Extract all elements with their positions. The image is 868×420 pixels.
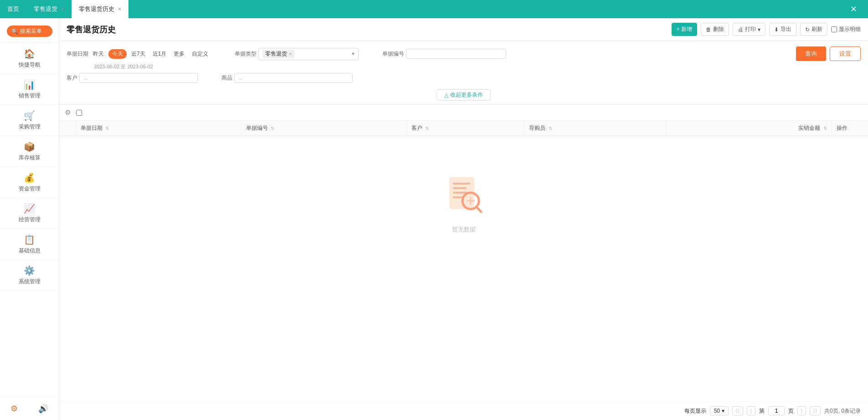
- type-filter-select[interactable]: 零售退货 × ▾: [258, 48, 359, 60]
- th-amount-sort-icon: ⇅: [823, 126, 827, 131]
- bill-number-input[interactable]: [406, 49, 506, 59]
- tab-retail-return-history-close[interactable]: ×: [118, 6, 121, 12]
- sidebar-item-purchase[interactable]: 🛒 采购管理: [0, 105, 59, 136]
- settings-bottom-icon[interactable]: ⚙: [6, 402, 22, 415]
- th-customer[interactable]: 客户 ⇅: [406, 121, 524, 136]
- sidebar-item-finance-label: 资金管理: [19, 185, 41, 193]
- date-btn-custom[interactable]: 自定义: [189, 49, 211, 59]
- top-bar: 首页 零售退货 × 零售退货历史 × ✕: [0, 0, 868, 18]
- th-date[interactable]: 单据日期 ⇅: [76, 121, 241, 136]
- sidebar-item-finance[interactable]: 💰 资金管理: [0, 167, 59, 198]
- page-number-input[interactable]: [768, 406, 785, 415]
- sidebar-search-section: 🔍 搜索菜单: [0, 22, 59, 43]
- date-btn-7days[interactable]: 近7天: [128, 49, 148, 59]
- system-icon: ⚙️: [24, 265, 35, 276]
- volume-bottom-icon[interactable]: 🔊: [34, 402, 53, 415]
- page-next-button[interactable]: ⟩: [797, 406, 806, 415]
- refresh-label: 刷新: [812, 26, 822, 33]
- customer-placeholder: ...: [83, 75, 88, 81]
- type-filter-tag-close[interactable]: ×: [289, 51, 292, 56]
- goods-filter-label: 商品: [221, 74, 232, 82]
- sidebar-item-system[interactable]: ⚙️ 系统管理: [0, 260, 59, 291]
- date-btn-more[interactable]: 更多: [171, 49, 187, 59]
- type-filter-tag-value: 零售退货: [265, 50, 287, 58]
- collapse-label: 收起更多条件: [450, 91, 483, 99]
- print-label: 打印: [745, 26, 756, 33]
- goods-filter-group: 商品 ...: [221, 73, 353, 83]
- sidebar-item-inventory-label: 库存核算: [19, 154, 41, 162]
- date-filter-label: 单据日期: [67, 50, 88, 58]
- delete-button[interactable]: 🗑 删除: [701, 23, 729, 36]
- settings-button[interactable]: 设置: [830, 46, 861, 61]
- date-btn-yesterday[interactable]: 昨天: [90, 49, 107, 59]
- sidebar-item-quick-nav[interactable]: 🏠 快捷导航: [0, 43, 59, 74]
- table-settings-icon[interactable]: ⚙: [65, 108, 71, 117]
- customer-filter-group: 客户 ...: [67, 73, 198, 83]
- header-actions: + 新增 🗑 删除 🖨 打印 ▾ ⬇ 导出 ↻ 刷新: [672, 23, 861, 36]
- tab-retail-return-history[interactable]: 零售退货历史 ×: [72, 0, 128, 18]
- sidebar-item-system-label: 系统管理: [19, 278, 41, 286]
- page-prev-button[interactable]: ⟨: [747, 406, 755, 415]
- collapse-icon: △: [444, 92, 448, 98]
- type-select-arrow-icon: ▾: [352, 51, 354, 57]
- tab-retail-return[interactable]: 零售退货 ×: [26, 0, 72, 18]
- select-all-checkbox[interactable]: [76, 110, 82, 116]
- th-bill-no-sort-icon: ⇅: [271, 126, 274, 131]
- sidebar-item-operation[interactable]: 📈 经营管理: [0, 198, 59, 229]
- display-detail-checkbox[interactable]: [831, 26, 837, 32]
- th-guide-label: 导购员: [529, 125, 545, 131]
- print-button[interactable]: 🖨 打印 ▾: [733, 23, 765, 36]
- date-btn-1month[interactable]: 近1月: [150, 49, 169, 59]
- page-first-button[interactable]: ⟨⟨: [732, 406, 743, 415]
- per-page-label: 每页显示: [684, 407, 706, 415]
- page-label: 第: [759, 407, 765, 415]
- table-wrapper: ⚙ 单据日期 ⇅ 单据编号 ⇅: [59, 105, 868, 401]
- display-detail-toggle[interactable]: 显示明细: [831, 26, 861, 33]
- sidebar-item-operation-label: 经营管理: [19, 216, 41, 224]
- query-button[interactable]: 查询: [796, 46, 826, 61]
- tab-retail-return-close[interactable]: ×: [61, 6, 64, 12]
- inventory-icon: 📦: [24, 141, 35, 152]
- table-toolbar: ⚙: [59, 105, 868, 121]
- operation-icon: 📈: [24, 203, 35, 214]
- th-amount-label: 实销金额: [798, 125, 820, 131]
- sidebar: 🔍 搜索菜单 🏠 快捷导航 📊 销售管理 🛒 采购管理 📦 库存核算 💰 资金管…: [0, 18, 59, 420]
- th-amount[interactable]: 实销金额 ⇅: [666, 121, 832, 136]
- th-checkbox: [59, 121, 76, 136]
- th-bill-no[interactable]: 单据编号 ⇅: [241, 121, 406, 136]
- th-guide[interactable]: 导购员 ⇅: [524, 121, 666, 136]
- page-header: 零售退货历史 + 新增 🗑 删除 🖨 打印 ▾ ⬇ 导出: [59, 18, 868, 41]
- customer-filter-select[interactable]: ...: [79, 73, 198, 83]
- date-btn-today[interactable]: 今天: [108, 49, 127, 59]
- per-page-select[interactable]: 50 ▾: [710, 406, 729, 415]
- add-button[interactable]: + 新增: [672, 23, 697, 36]
- refresh-icon: ↻: [805, 26, 810, 33]
- bill-number-label: 单据编号: [382, 50, 404, 58]
- collapse-button[interactable]: △ 收起更多条件: [437, 89, 491, 101]
- bill-number-filter-group: 单据编号: [382, 49, 506, 59]
- page-unit-label: 页: [788, 407, 794, 415]
- sidebar-item-base-info[interactable]: 📋 基础信息: [0, 229, 59, 260]
- export-button[interactable]: ⬇ 导出: [769, 23, 796, 36]
- tab-retail-return-label: 零售退货: [34, 5, 57, 13]
- search-icon: 🔍: [11, 28, 18, 35]
- tab-retail-return-history-label: 零售退货历史: [79, 5, 114, 13]
- th-customer-sort-icon: ⇅: [425, 126, 429, 131]
- tab-home[interactable]: 首页: [0, 0, 26, 18]
- add-button-label: + 新增: [677, 26, 692, 33]
- empty-illustration: [441, 173, 487, 218]
- sidebar-item-sales[interactable]: 📊 销售管理: [0, 74, 59, 105]
- pagination-total-text: 共0页, 0条记录: [824, 407, 861, 415]
- window-close-button[interactable]: ✕: [847, 4, 861, 14]
- page-last-button[interactable]: ⟩⟩: [810, 406, 821, 415]
- date-filter-group: 单据日期 昨天 今天 近7天 近1月 更多 自定义: [67, 49, 211, 59]
- goods-placeholder: ...: [238, 75, 243, 81]
- sidebar-item-purchase-label: 采购管理: [19, 123, 41, 131]
- delete-label: 删除: [713, 26, 724, 33]
- th-action: 操作: [832, 121, 868, 136]
- type-filter-label: 单据类型: [235, 50, 257, 58]
- sidebar-item-inventory[interactable]: 📦 库存核算: [0, 136, 59, 167]
- goods-filter-select[interactable]: ...: [234, 73, 353, 83]
- refresh-button[interactable]: ↻ 刷新: [800, 23, 827, 36]
- sidebar-search-box[interactable]: 🔍 搜索菜单: [7, 26, 52, 37]
